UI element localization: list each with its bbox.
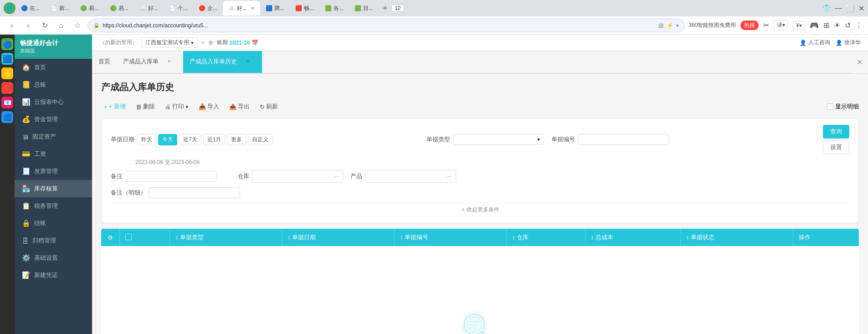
- tab-close-icon[interactable]: ✕: [251, 5, 255, 11]
- breadcrumb-home[interactable]: 首页: [92, 54, 117, 70]
- add-account-button[interactable]: +: [201, 40, 205, 46]
- browser-tab-9[interactable]: 🟦腾...: [260, 1, 290, 15]
- query-button[interactable]: 查询: [823, 125, 849, 139]
- browser-tab-5[interactable]: ☁️好...: [134, 1, 164, 15]
- new-tab-button[interactable]: +: [379, 2, 391, 15]
- sidebar-item-closing[interactable]: 🔒 结账: [15, 215, 92, 232]
- layout-btn[interactable]: ⊞: [823, 21, 829, 30]
- import-button[interactable]: 📥 导入: [196, 101, 222, 113]
- close-panel-button[interactable]: ✕: [851, 56, 868, 68]
- browser-tab-4[interactable]: 🟢易...: [104, 1, 134, 15]
- th-bill-type[interactable]: ↕ 单据类型: [169, 229, 282, 246]
- th-check[interactable]: [119, 229, 169, 246]
- close-button[interactable]: ✕: [858, 4, 864, 13]
- calendar-icon[interactable]: 📅: [252, 40, 258, 46]
- breadcrumb-bar: 首页 产成品入库单 × 产成品入库单历史 × ✕: [92, 51, 868, 74]
- account-selector[interactable]: 江西服宝测试专用 ▾: [141, 37, 198, 48]
- app-icon-6[interactable]: 🟦: [1, 111, 13, 123]
- theme-btn[interactable]: ☀: [834, 21, 840, 30]
- sidebar-item-newbill[interactable]: 📝 新建凭证: [15, 267, 92, 284]
- collapse-button[interactable]: ∧ 收起更多条件: [111, 203, 849, 216]
- breadcrumb-billlist[interactable]: 产成品入库单 ×: [117, 51, 183, 73]
- warehouse-select[interactable]: ···: [252, 170, 343, 183]
- browser-tab-1[interactable]: 🔵在...: [15, 1, 45, 15]
- sidebar-item-settings[interactable]: ⚙️ 基础设置: [15, 249, 92, 267]
- page-content: 产成品入库单历史 + + 新增 🗑 删除 🖨 打印 ▾ 📥: [92, 74, 868, 334]
- browser-tab-8[interactable]: ☁️好... ✕: [223, 1, 260, 15]
- more-btn[interactable]: ⋮: [855, 21, 863, 30]
- warehouse-dots[interactable]: ···: [333, 172, 339, 180]
- product-dots[interactable]: ···: [446, 172, 452, 180]
- yen-btn[interactable]: ¥▾: [793, 21, 805, 30]
- breadcrumb-billhistory[interactable]: 产成品入库单历史 ×: [183, 51, 262, 73]
- sidebar-item-ledger[interactable]: 📒 总账: [15, 76, 92, 93]
- sync-btn[interactable]: ↺: [845, 21, 851, 30]
- browser-tab-10[interactable]: 🟥畅...: [290, 1, 319, 15]
- date-btn-1month[interactable]: 近1月: [203, 134, 226, 145]
- print-button[interactable]: 🖨 打印 ▾: [162, 101, 191, 113]
- breadcrumb-billhistory-close[interactable]: ×: [240, 55, 255, 68]
- app-icon-5[interactable]: 📧: [1, 97, 13, 108]
- th-warehouse[interactable]: ↕ 仓库: [506, 229, 585, 246]
- settings-gear-button[interactable]: ⚙: [208, 40, 213, 46]
- refresh-button[interactable]: ↻ 刷新: [257, 101, 281, 113]
- app-icon-4[interactable]: 🔴: [1, 82, 13, 94]
- home-button[interactable]: ⌂: [55, 19, 67, 32]
- date-btn-yesterday[interactable]: 昨天: [137, 134, 156, 145]
- lightning-icon: ⚡: [667, 22, 673, 29]
- sidebar-item-invoice[interactable]: 🧾 发票管理: [15, 163, 92, 180]
- date-btn-7days[interactable]: 近7天: [179, 134, 201, 145]
- browser-tab-12[interactable]: 🟩目...: [349, 1, 379, 15]
- export-button[interactable]: 📤 导出: [226, 101, 252, 113]
- th-bill-no[interactable]: ↕ 单据编号: [394, 229, 506, 246]
- sidebar-item-tax[interactable]: 📋 税务管理: [15, 197, 92, 215]
- translate-btn[interactable]: 译▾: [774, 20, 788, 31]
- date-btn-custom[interactable]: 自定义: [248, 134, 272, 145]
- refresh-button[interactable]: ↻: [38, 19, 51, 32]
- bookmark-button[interactable]: ☆: [71, 19, 84, 32]
- app-icon-1[interactable]: 🔵: [1, 38, 13, 50]
- browser-chrome: 🌐 🔵在... 📄新... 🟢易... 🟢易... ☁️好... 📄个... 🔴…: [0, 0, 868, 35]
- app-icon-2[interactable]: 🟦: [1, 53, 13, 65]
- browser-tab-11[interactable]: 🟩各...: [319, 1, 349, 15]
- th-bill-status[interactable]: ↕ 单据状态: [681, 229, 793, 246]
- sidebar-item-inventory[interactable]: 🏪 库存核算: [15, 180, 92, 197]
- minimize-button[interactable]: —: [835, 4, 842, 12]
- delete-button[interactable]: 🗑 删除: [133, 101, 158, 113]
- user-avatar[interactable]: 👤 徐泽华: [836, 39, 861, 46]
- sidebar-item-home[interactable]: 🏠 首页: [15, 59, 92, 76]
- sidebar-item-archive[interactable]: 🗄 归档管理: [15, 232, 92, 249]
- note-detail-input[interactable]: [149, 187, 240, 198]
- dropdown-arrow[interactable]: ▾: [676, 22, 679, 29]
- note-input[interactable]: [125, 171, 216, 182]
- back-button[interactable]: ‹: [5, 19, 18, 32]
- th-bill-date[interactable]: ↕ 单据日期: [282, 229, 394, 246]
- search-row-1: 单据日期 昨天 今天 近7天 近1月 更多 自定义 单据类型: [111, 125, 849, 154]
- forward-button[interactable]: ›: [22, 19, 35, 32]
- sidebar-item-payroll[interactable]: 💳 工资: [15, 145, 92, 163]
- browser-tab-6[interactable]: 📄个...: [164, 1, 193, 15]
- sidebar-item-assets[interactable]: 🖥 固定资产: [15, 128, 92, 145]
- browser-tab-2[interactable]: 📄新...: [45, 1, 75, 15]
- browser-tab-7[interactable]: 🔴企...: [193, 1, 223, 15]
- game-btn[interactable]: 🎮: [810, 21, 819, 30]
- th-total-cost[interactable]: ↕ 总成本: [585, 229, 681, 246]
- hot-search-badge[interactable]: 热搜: [740, 21, 759, 30]
- date-btn-today[interactable]: 今天: [158, 134, 177, 145]
- url-bar[interactable]: 🔒 https://cloud.chanjet.com/accounting/u…: [87, 19, 685, 32]
- settings-button[interactable]: 设置: [823, 140, 849, 154]
- app-icon-3[interactable]: ⭐: [1, 67, 13, 79]
- add-button[interactable]: + + 新增: [101, 101, 128, 113]
- user-service[interactable]: 👤 人工咨询: [800, 39, 830, 46]
- breadcrumb-billlist-close[interactable]: ×: [161, 55, 177, 68]
- bill-type-select[interactable]: ▾: [453, 134, 544, 145]
- browser-tab-3[interactable]: 🟢易...: [75, 1, 104, 15]
- maximize-button[interactable]: ⬜: [846, 4, 855, 13]
- sidebar-item-report[interactable]: 📊 云报表中心: [15, 93, 92, 111]
- bill-no-input[interactable]: [578, 134, 669, 145]
- th-settings[interactable]: ⚙: [101, 229, 119, 246]
- product-select[interactable]: ···: [365, 170, 456, 183]
- date-btn-more[interactable]: 更多: [227, 134, 246, 145]
- sidebar-item-finance[interactable]: 💰 资金管理: [15, 111, 92, 128]
- show-cols-checkbox[interactable]: 显示明细: [827, 103, 859, 111]
